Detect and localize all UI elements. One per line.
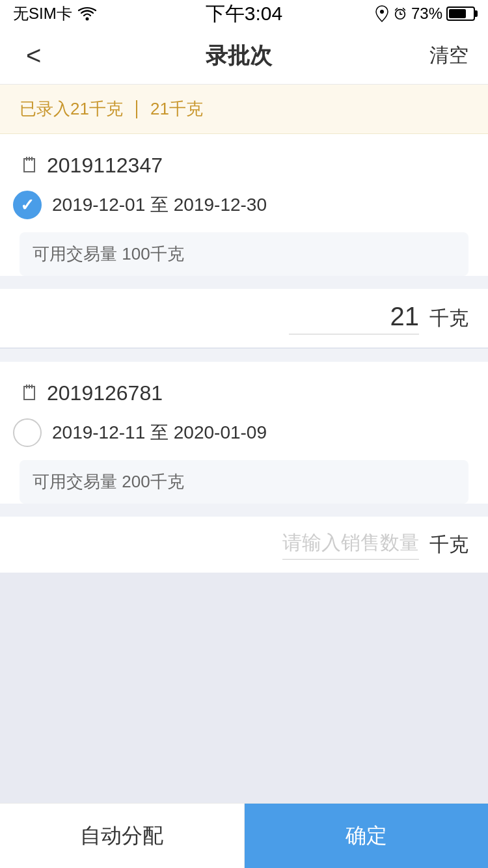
status-left: 无SIM卡 [13,3,97,24]
radio-btn-1[interactable] [13,191,42,219]
status-time: 下午3:04 [206,1,282,27]
batch-header-2: 🗒 2019126781 [0,362,488,412]
status-bar: 无SIM卡 下午3:04 73% [0,0,488,27]
quantity-display-2[interactable]: 请输入销售数量 [282,530,419,560]
info-divider [136,100,137,118]
quantity-unit-1: 千克 [429,305,468,332]
quantity-row-1: 21 千克 [0,289,488,347]
clear-button[interactable]: 清空 [429,42,468,69]
batch-date-row-2[interactable]: 2019-12-11 至 2020-01-09 [0,412,488,454]
radio-btn-2[interactable] [13,418,42,447]
batch-icon-2: 🗒 [20,381,40,405]
batch-icon-1: 🗒 [20,154,40,178]
batch-id-2: 2019126781 [47,381,163,405]
sim-text: 无SIM卡 [13,3,72,24]
svg-point-0 [85,18,88,21]
quantity-unit-2: 千克 [429,532,468,558]
battery-icon [446,7,475,21]
alarm-icon [393,5,407,22]
batch-date-1: 2019-12-01 至 2019-12-30 [52,193,267,217]
batch-date-2: 2019-12-11 至 2020-01-09 [52,420,267,445]
page-title: 录批次 [206,41,272,71]
batch-item-1: 🗒 2019112347 2019-12-01 至 2019-12-30 可用交… [0,134,488,276]
batch-header-1: 🗒 2019112347 [0,134,488,184]
info-bar: 已录入21千克 21千克 [0,85,488,134]
bottom-bar: 自动分配 确定 [0,803,488,868]
status-right: 73% [375,5,475,23]
wifi-icon [77,7,97,21]
batch-date-row-1[interactable]: 2019-12-01 至 2019-12-30 [0,184,488,226]
recorded-label: 已录入21千克 [20,98,123,120]
batch-available-1: 可用交易量 100千克 [20,232,468,276]
auto-distribute-button[interactable]: 自动分配 [0,804,245,868]
quantity-display-1[interactable]: 21 [289,302,419,334]
confirm-button[interactable]: 确定 [245,804,489,868]
total-label: 21千克 [150,98,203,120]
quantity-row-2: 请输入销售数量 千克 [0,517,488,573]
location-icon [375,5,389,22]
quantity-placeholder-2: 请输入销售数量 [282,532,419,553]
navbar: < 录批次 清空 [0,27,488,85]
svg-point-1 [380,10,384,14]
section-gap [0,349,488,362]
quantity-value-1: 21 [390,302,420,331]
battery-percent: 73% [411,5,442,23]
batch-item-2: 🗒 2019126781 2019-12-11 至 2020-01-09 可用交… [0,362,488,504]
batch-id-1: 2019112347 [47,154,163,178]
batch-available-2: 可用交易量 200千克 [20,460,468,504]
back-button[interactable]: < [20,34,47,77]
